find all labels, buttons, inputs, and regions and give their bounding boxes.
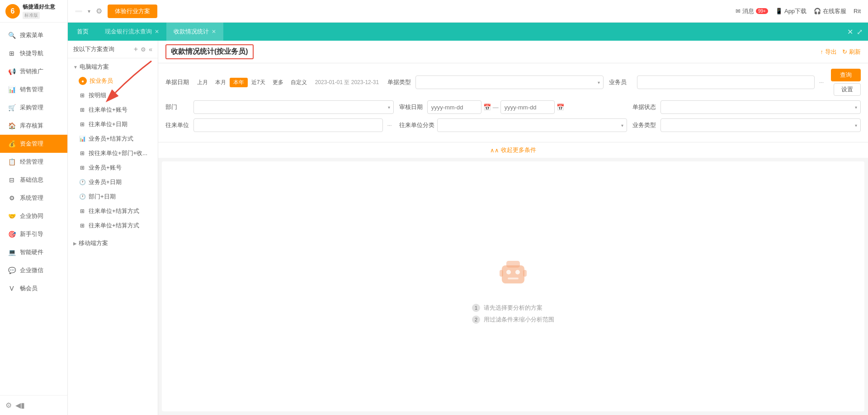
collapse-label: 收起更多条件 <box>501 146 536 154</box>
scheme-item-partner-dept[interactable]: ⊞ 按往来单位+部门+收... <box>68 146 158 160</box>
tab-window-controls: ✕ ⤢ <box>847 28 868 36</box>
tab-cashflow-close[interactable]: ✕ <box>155 28 159 35</box>
scheme-item-detail[interactable]: ⊞ 按明细 <box>68 88 158 103</box>
filter-panel-header: 按以下方案查询 + ⚙ « <box>68 41 158 58</box>
scheme-item-partner-date[interactable]: ⊞ 往来单位+日期 <box>68 117 158 132</box>
query-actions: 查询 设置 <box>831 69 861 96</box>
trial-btn[interactable]: 体验行业方案 <box>108 5 157 18</box>
settings-footer-icon[interactable]: ⚙ <box>5 401 12 410</box>
sidebar-label-guide: 新手引导 <box>20 230 43 238</box>
scheme-item-partner-settlement2[interactable]: ⊞ 往来单位+结算方式 <box>68 218 158 233</box>
tab-receipts[interactable]: 收款情况统计 ✕ <box>166 23 223 41</box>
query-area: 单据日期 上月 本月 本年 近7天 更多 自定义 2023-01-01 至 20… <box>158 63 868 142</box>
empty-steps: 1 请先选择要分析的方案 2 用过滤条件来缩小分析范围 <box>472 304 554 324</box>
date-tab-this-year[interactable]: 本年 <box>230 78 248 87</box>
sidebar-item-finance[interactable]: 💰 资金管理 <box>0 135 67 153</box>
scheme-settings-icon[interactable]: ⚙ <box>141 46 146 53</box>
partner-category-field: 往来单位分类 ▾ <box>399 118 627 132</box>
svg-rect-1 <box>506 261 520 268</box>
partner-more-icon[interactable]: ··· <box>386 122 394 128</box>
message-label: 消息 <box>742 7 754 15</box>
export-label: 导出 <box>825 48 837 56</box>
partner-category-select[interactable] <box>437 118 627 132</box>
app-download-action[interactable]: 📱 App下载 <box>775 7 807 15</box>
audit-date-from[interactable] <box>427 100 481 114</box>
scheme-item-sales-payment[interactable]: 📊 业务员+结算方式 <box>68 132 158 146</box>
export-btn[interactable]: ↑ 导出 <box>821 48 837 56</box>
sidebar-item-wechat[interactable]: 💬 企业微信 <box>0 261 67 279</box>
tab-receipts-close[interactable]: ✕ <box>212 28 216 35</box>
sidebar-item-guide[interactable]: 🎯 新手引导 <box>0 225 67 243</box>
sidebar-item-sales[interactable]: 📊 销售管理 <box>0 80 67 99</box>
voucher-type-select[interactable] <box>415 75 604 89</box>
dropdown-arrow[interactable]: ▾ <box>88 8 90 14</box>
scheme-item-partner-settlement1[interactable]: ⊞ 往来单位+结算方式 <box>68 204 158 218</box>
scheme-item-dept-date[interactable]: 🕐 部门+日期 <box>68 189 158 204</box>
maximize-window-icon[interactable]: ⤢ <box>857 28 863 36</box>
tab-home[interactable]: 首页 <box>68 28 98 36</box>
collapse-footer-icon[interactable]: ◀▮ <box>15 401 25 410</box>
user-label: Rit <box>854 8 861 14</box>
sidebar-nav: 🔍 搜索菜单 ⊞ 快捷导航 📢 营销推广 📊 销售管理 🛒 采购管理 🏠 <box>0 23 67 395</box>
tab-cashflow[interactable]: 现金银行流水查询 ✕ <box>98 23 166 41</box>
sales-date-icon: 🕐 <box>79 179 86 186</box>
partner-category-select-wrapper: ▾ <box>437 118 627 132</box>
salesperson-more-icon[interactable]: ··· <box>817 79 826 85</box>
page-content: 按以下方案查询 + ⚙ « ▼ 电脑端方案 ● <box>68 41 868 415</box>
partner-field: 往来单位 ··· <box>165 118 394 132</box>
audit-date-from-cal-icon[interactable]: 📅 <box>483 104 491 111</box>
date-tab-7days[interactable]: 近7天 <box>248 78 269 87</box>
audit-date-to-cal-icon[interactable]: 📅 <box>557 104 564 111</box>
date-label: 单据日期 <box>165 78 191 86</box>
query-row-2: 部门 ▾ 审核日期 <box>165 100 861 114</box>
partner-input[interactable] <box>193 118 383 132</box>
sidebar-footer: ⚙ ◀▮ <box>0 395 67 415</box>
scheme-item-partner-dept-label: 按往来单位+部门+收... <box>89 149 147 157</box>
pc-section-arrow: ▼ <box>73 65 78 70</box>
sidebar-item-operations[interactable]: 📋 经营管理 <box>0 153 67 171</box>
audit-date-range: 📅 — 📅 <box>427 100 564 114</box>
business-type-select[interactable] <box>660 118 861 132</box>
settings-button[interactable]: 设置 <box>834 83 861 96</box>
sidebar-item-basic[interactable]: ⊟ 基础信息 <box>0 171 67 189</box>
user-action[interactable]: Rit <box>854 8 861 14</box>
message-action[interactable]: ✉ 消息 99+ <box>736 7 768 15</box>
add-scheme-icon[interactable]: + <box>134 45 138 53</box>
close-window-icon[interactable]: ✕ <box>847 28 853 36</box>
sidebar-item-quicknav[interactable]: ⊞ 快捷导航 <box>0 44 67 62</box>
voucher-status-select-wrapper: ▾ <box>660 100 861 114</box>
sidebar-item-hardware[interactable]: 💻 智能硬件 <box>0 243 67 261</box>
sidebar-item-marketing[interactable]: 📢 营销推广 <box>0 62 67 80</box>
scheme-section-pc-header[interactable]: ▼ 电脑端方案 <box>68 60 158 74</box>
sidebar-item-enterprise[interactable]: 🤝 企业协同 <box>0 207 67 225</box>
date-tab-custom[interactable]: 自定义 <box>287 78 311 87</box>
scheme-item-partner-account[interactable]: ⊞ 往来单位+账号 <box>68 103 158 117</box>
collapse-btn[interactable]: ∧∧ 收起更多条件 <box>158 142 868 158</box>
sidebar-item-search[interactable]: 🔍 搜索菜单 <box>0 26 67 44</box>
scheme-item-salesperson[interactable]: ● 按业务员 <box>68 74 158 88</box>
date-tab-last-month[interactable]: 上月 <box>193 78 212 87</box>
query-button[interactable]: 查询 <box>831 69 861 81</box>
audit-date-to[interactable] <box>500 100 555 114</box>
online-service-action[interactable]: 🎧 在线客服 <box>814 7 846 15</box>
salesperson-input[interactable] <box>637 75 815 89</box>
collapse-panel-icon[interactable]: « <box>149 46 152 53</box>
app-download-label: App下载 <box>784 7 807 15</box>
date-tab-this-month[interactable]: 本月 <box>212 78 230 87</box>
sidebar-item-purchase[interactable]: 🛒 采购管理 <box>0 99 67 117</box>
sidebar-item-member[interactable]: V 畅会员 <box>0 279 67 297</box>
settings-gear-icon[interactable]: ⚙ <box>96 7 102 15</box>
sidebar-item-inventory[interactable]: 🏠 库存核算 <box>0 117 67 135</box>
scheme-item-salesperson-label: 按业务员 <box>90 77 113 85</box>
scheme-item-sales-date[interactable]: 🕐 业务员+日期 <box>68 175 158 189</box>
partner-settlement1-icon: ⊞ <box>79 208 86 215</box>
svg-rect-6 <box>523 270 527 277</box>
sidebar-item-system[interactable]: ⚙ 系统管理 <box>0 189 67 207</box>
message-icon: ✉ <box>736 8 741 14</box>
refresh-btn[interactable]: ↻ 刷新 <box>842 48 861 56</box>
date-tab-more[interactable]: 更多 <box>269 78 287 87</box>
department-select[interactable] <box>193 100 394 114</box>
scheme-item-sales-account[interactable]: ⊞ 业务员+账号 <box>68 160 158 175</box>
scheme-section-mobile-header[interactable]: ▶ 移动端方案 <box>68 236 158 250</box>
voucher-status-select[interactable] <box>660 100 861 114</box>
